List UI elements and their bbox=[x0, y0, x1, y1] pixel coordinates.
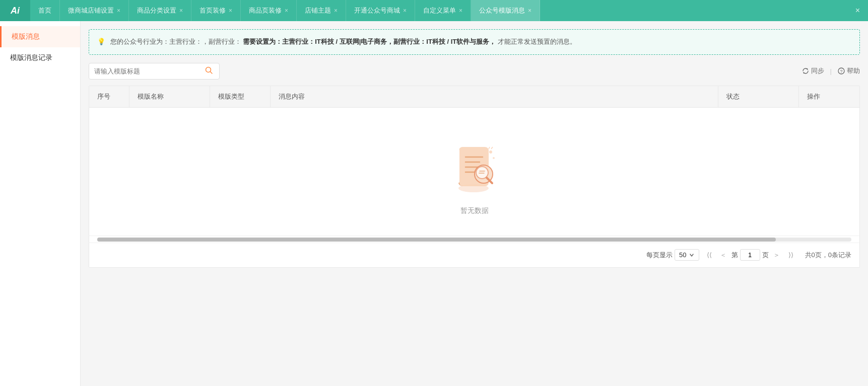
th-seq: 序号 bbox=[89, 86, 129, 107]
page-size-select: 每页显示 50 bbox=[646, 249, 699, 261]
tab-close-home-decor[interactable]: × bbox=[229, 7, 232, 14]
svg-point-15 bbox=[493, 157, 495, 159]
tab-shop-settings[interactable]: 微商城店铺设置× bbox=[60, 0, 129, 21]
content-area: 💡 您的公众号行业为：主营行业：，副营行业： 需要设置为：主营行业：IT科技 /… bbox=[81, 21, 868, 386]
svg-line-1 bbox=[211, 71, 213, 73]
svg-line-17 bbox=[491, 147, 493, 149]
th-type: 模版类型 bbox=[210, 86, 271, 107]
empty-icon bbox=[444, 138, 505, 198]
page-last-button[interactable]: ⟩⟩ bbox=[785, 249, 797, 261]
notice-text-suffix: 才能正常发送预置的消息。 bbox=[498, 38, 576, 45]
th-content: 消息内容 bbox=[271, 86, 718, 107]
search-input[interactable] bbox=[89, 64, 200, 79]
page-next-button[interactable]: ＞ bbox=[771, 249, 783, 261]
sync-label: 同步 bbox=[811, 66, 824, 75]
page-size-label: 每页显示 bbox=[646, 251, 673, 260]
tab-open-mall[interactable]: 开通公众号商城× bbox=[346, 0, 415, 21]
sync-button[interactable]: 同步 bbox=[802, 66, 824, 75]
page-prev-button[interactable]: ＜ bbox=[717, 249, 729, 261]
tab-close-template-msg[interactable]: × bbox=[528, 7, 531, 14]
search-input-wrap bbox=[89, 63, 220, 80]
tab-store-theme[interactable]: 店铺主题× bbox=[297, 0, 346, 21]
empty-state: 暂无数据 bbox=[89, 108, 859, 236]
th-name: 模版名称 bbox=[129, 86, 210, 107]
help-button[interactable]: ? 帮助 bbox=[838, 66, 860, 75]
notice-icon: 💡 bbox=[97, 38, 105, 45]
tab-home[interactable]: 首页 bbox=[30, 0, 60, 21]
tab-product-decor[interactable]: 商品页装修× bbox=[241, 0, 297, 21]
notice-highlight-text: 需要设置为：主营行业：IT科技 / 互联网|电子商务，副营行业：IT科技 / I… bbox=[243, 38, 496, 45]
page-suffix: 页 bbox=[762, 251, 769, 260]
page-label: 第 bbox=[731, 251, 738, 260]
sidebar-item-template-msg[interactable]: 模版消息 bbox=[0, 26, 80, 47]
horizontal-scrollbar[interactable] bbox=[89, 236, 859, 243]
tab-bar: Ai 首页微商城店铺设置×商品分类设置×首页装修×商品页装修×店铺主题×开通公众… bbox=[0, 0, 868, 21]
tab-close-shop-settings[interactable]: × bbox=[117, 7, 120, 14]
data-table: 序号 模版名称 模版类型 消息内容 状态 操作 bbox=[89, 86, 860, 268]
toolbar-divider: | bbox=[830, 67, 832, 75]
th-status: 状态 bbox=[718, 86, 799, 107]
search-button[interactable] bbox=[200, 63, 218, 79]
toolbar-right: 同步 | ? 帮助 bbox=[802, 66, 860, 75]
sidebar-item-template-record[interactable]: 模版消息记录 bbox=[0, 47, 80, 68]
tab-close-product-decor[interactable]: × bbox=[285, 7, 288, 14]
page-total-text: 共0页，0条记录 bbox=[805, 251, 851, 260]
page-number-input[interactable] bbox=[740, 249, 760, 261]
app-logo: Ai bbox=[0, 0, 30, 21]
help-label: 帮助 bbox=[847, 66, 860, 75]
scrollbar-thumb[interactable] bbox=[97, 238, 776, 242]
th-action: 操作 bbox=[799, 86, 859, 107]
search-row: 同步 | ? 帮助 bbox=[89, 63, 860, 80]
scrollbar-track bbox=[97, 238, 851, 242]
page-size-value: 50 bbox=[679, 251, 686, 259]
close-all-button[interactable]: × bbox=[847, 6, 868, 15]
tab-close-store-theme[interactable]: × bbox=[334, 7, 338, 14]
empty-text: 暂无数据 bbox=[460, 206, 489, 215]
svg-line-16 bbox=[489, 147, 490, 149]
tab-close-open-mall[interactable]: × bbox=[403, 7, 407, 14]
sidebar: 模版消息模版消息记录 bbox=[0, 21, 81, 386]
tab-template-msg[interactable]: 公众号模版消息× bbox=[471, 0, 540, 21]
tab-category-settings[interactable]: 商品分类设置× bbox=[129, 0, 191, 21]
table-header: 序号 模版名称 模版类型 消息内容 状态 操作 bbox=[89, 86, 859, 108]
pagination-row: 每页显示 50 ⟨⟨ ＜ 第 页 ＞ ⟩⟩ bbox=[89, 243, 859, 267]
svg-text:?: ? bbox=[840, 69, 842, 74]
page-navigation: ⟨⟨ ＜ 第 页 ＞ ⟩⟩ bbox=[703, 249, 797, 261]
notice-text-prefix: 您的公众号行业为：主营行业：，副营行业： bbox=[110, 38, 241, 45]
svg-point-14 bbox=[489, 150, 492, 153]
tab-custom-menu[interactable]: 自定义菜单× bbox=[415, 0, 471, 21]
tab-close-category-settings[interactable]: × bbox=[179, 7, 183, 14]
notice-box: 💡 您的公众号行业为：主营行业：，副营行业： 需要设置为：主营行业：IT科技 /… bbox=[89, 29, 860, 55]
page-first-button[interactable]: ⟨⟨ bbox=[703, 249, 715, 261]
page-size-dropdown[interactable]: 50 bbox=[675, 249, 699, 261]
tab-close-custom-menu[interactable]: × bbox=[459, 7, 462, 14]
tab-home-decor[interactable]: 首页装修× bbox=[191, 0, 241, 21]
main-layout: 模版消息模版消息记录 💡 您的公众号行业为：主营行业：，副营行业： 需要设置为：… bbox=[0, 21, 868, 386]
